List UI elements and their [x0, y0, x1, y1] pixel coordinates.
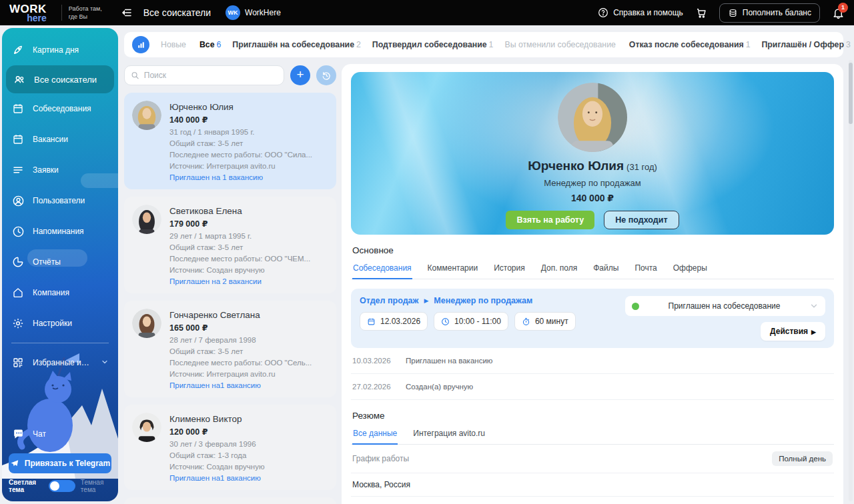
gear-icon — [11, 317, 25, 329]
telegram-plane-icon — [10, 459, 19, 468]
candidate-card[interactable]: Юрченко Юлия 140 000 ₽ 31 год / 1 января… — [124, 93, 336, 189]
sidebar-item-company[interactable]: Компания — [2, 277, 118, 308]
user-circle-icon — [11, 195, 25, 207]
schedule-row: График работы Полный день — [351, 445, 834, 473]
candidate-list: + Юрченко Юлия 140 000 ₽ 31 год / 1 янва… — [124, 65, 336, 504]
topup-balance-button[interactable]: Пополнить баланс — [719, 3, 820, 23]
pie-chart-icon — [11, 256, 25, 268]
history-row: 27.02.2026 Создан(а) вручную — [351, 374, 834, 400]
sidebar-item-reminders[interactable]: Напоминания — [2, 216, 118, 247]
list-icon — [11, 164, 25, 176]
interview-date-field[interactable]: 12.03.2026 — [360, 312, 428, 331]
history-button[interactable] — [316, 65, 336, 85]
invited-vacancy-link[interactable]: Приглашен на1 вакансию — [169, 474, 265, 482]
profile-hero-banner: Юрченко Юлия(31 год) Менеджер по продажа… — [351, 72, 834, 235]
interview-duration-field[interactable]: 60 минут — [514, 312, 576, 331]
status-tab-invited-interview[interactable]: Приглашён на собеседование2 — [232, 40, 361, 49]
chevron-down-icon — [809, 301, 819, 311]
status-tab-rejected-after[interactable]: Отказ после собеседования1 — [629, 40, 751, 49]
status-tab-all[interactable]: Все6 — [199, 40, 221, 49]
workhere-logo[interactable]: WORK here — [9, 3, 47, 23]
tab-interviews[interactable]: Собеседования — [352, 262, 412, 279]
tab-extra-fields[interactable]: Доп. поля — [540, 262, 578, 279]
sidebar-item-favorite-tools[interactable]: Избранные инстр... — [2, 347, 118, 378]
interview-card: Отдел продаж ▶ Менеджер по продажам 12.0… — [351, 289, 834, 348]
grid-icon — [11, 357, 25, 369]
invited-vacancy-link[interactable]: Приглашен на 2 вакансии — [169, 277, 310, 285]
calendar-icon — [367, 317, 376, 326]
sidebar-item-chat[interactable]: Чат — [2, 419, 118, 449]
tab-all-data[interactable]: Все данные — [352, 427, 398, 445]
status-dot — [632, 303, 639, 310]
tab-offers[interactable]: Офферы — [673, 262, 708, 279]
section-title-resume: Резюме — [352, 411, 833, 421]
reject-button[interactable]: Не подходит — [604, 211, 679, 229]
tab-files[interactable]: Файлы — [592, 262, 619, 279]
workspace-badge: WK — [226, 5, 240, 20]
clock-icon — [11, 225, 25, 238]
workspace-switcher[interactable]: WK WorkHere — [226, 5, 281, 20]
location-row: Москва, Россия — [351, 473, 834, 497]
calendar-icon — [11, 133, 25, 145]
app-root: WORK here Работа там, где Вы Все соискат… — [0, 0, 854, 504]
notification-badge: 1 — [838, 3, 848, 13]
history-icon — [322, 71, 332, 81]
tab-mail[interactable]: Почта — [634, 262, 657, 279]
sidebar-item-vacancies[interactable]: Вакансии — [2, 124, 118, 155]
help-link[interactable]: Справка и помощь — [598, 7, 683, 18]
sidebar-collapse-icon[interactable] — [121, 7, 133, 19]
actions-button[interactable]: Действия▶ — [761, 322, 825, 341]
profile-age: (31 год) — [626, 162, 657, 172]
status-dropdown[interactable]: Приглашен на собеседование — [625, 296, 825, 316]
resume-tabs: Все данные Интеграция avito.ru — [351, 427, 834, 445]
candidate-card[interactable]: Светикова Елена 179 000 ₽ 29 лет / 1 мар… — [124, 197, 336, 293]
sidebar-item-settings[interactable]: Настройки — [2, 308, 118, 339]
tab-avito-integration[interactable]: Интеграция avito.ru — [412, 427, 486, 444]
home-icon — [11, 287, 25, 299]
sidebar-item-all-candidates[interactable]: Все соискатели — [6, 65, 114, 93]
invited-vacancy-link[interactable]: Приглашен на 1 вакансию — [169, 173, 312, 181]
topbar: WORK here Работа там, где Вы Все соискат… — [0, 0, 854, 25]
tagline: Работа там, где Вы — [69, 5, 102, 21]
sidebar-item-reports[interactable]: Отчёты — [2, 247, 118, 277]
history-row: 10.03.2026 Приглашен на вакансию — [351, 348, 834, 374]
rocket-icon — [11, 44, 25, 56]
theme-dark-label: Темная тема — [81, 479, 111, 493]
profile-salary: 140 000 ₽ — [351, 193, 834, 203]
tab-history[interactable]: История — [493, 262, 526, 279]
sidebar-item-requests[interactable]: Заявки — [2, 155, 118, 185]
analytics-icon[interactable] — [132, 36, 149, 53]
workspace-name: WorkHere — [245, 8, 281, 17]
cart-icon[interactable] — [695, 7, 707, 19]
vacancy-breadcrumb: Отдел продаж ▶ Менеджер по продажам — [360, 296, 625, 305]
calendar-icon — [11, 103, 25, 115]
add-candidate-button[interactable]: + — [290, 65, 310, 85]
sidebar-item-dashboard[interactable]: Картина дня — [2, 35, 118, 65]
sidebar-item-users[interactable]: Пользователи — [2, 185, 118, 216]
profile-role: Менеджер по продажам — [351, 178, 834, 188]
status-tab-cancelled[interactable]: Вы отменили собеседование — [504, 40, 617, 49]
hire-button[interactable]: Взять на работу — [506, 211, 594, 229]
notifications-bell-icon[interactable]: 1 — [832, 7, 845, 19]
department-link[interactable]: Отдел продаж — [360, 296, 418, 305]
page-scrollbar-thumb[interactable] — [849, 63, 853, 124]
sidebar-item-interviews[interactable]: Собеседования — [2, 93, 118, 124]
status-tab-new[interactable]: Новые — [161, 40, 188, 49]
telegram-link-button[interactable]: Привязать к Telegram — [9, 453, 111, 473]
candidate-card[interactable]: Клименко Виктор 120 000 ₽ 30 лет / 3 фев… — [124, 405, 336, 490]
search-input[interactable] — [144, 71, 278, 80]
candidate-card[interactable]: Гончаренко Светлана 165 000 ₽ 28 лет / 7… — [124, 301, 336, 397]
theme-toggle[interactable] — [49, 480, 75, 492]
people-icon — [13, 73, 26, 86]
candidate-card[interactable]: Радченко Евгения QA Engineer Общий стаж:… — [124, 497, 336, 504]
avatar — [132, 413, 161, 442]
position-link[interactable]: Менеджер по продажам — [434, 296, 532, 305]
status-filter-bar: Новые Все6 Приглашён на собеседование2 П… — [124, 32, 843, 57]
interview-time-field[interactable]: 10:00 - 11:00 — [434, 312, 508, 331]
status-tab-offer[interactable]: Приглашён / Оффер3 — [761, 40, 850, 49]
page-scrollbar[interactable] — [849, 60, 853, 501]
invited-vacancy-link[interactable]: Приглашен на1 вакансию — [169, 381, 312, 389]
tab-comments[interactable]: Комментарии — [427, 262, 479, 279]
status-tab-confirmed-interview[interactable]: Подтвердил собеседование1 — [372, 40, 494, 49]
section-title-main: Основное — [352, 245, 833, 255]
